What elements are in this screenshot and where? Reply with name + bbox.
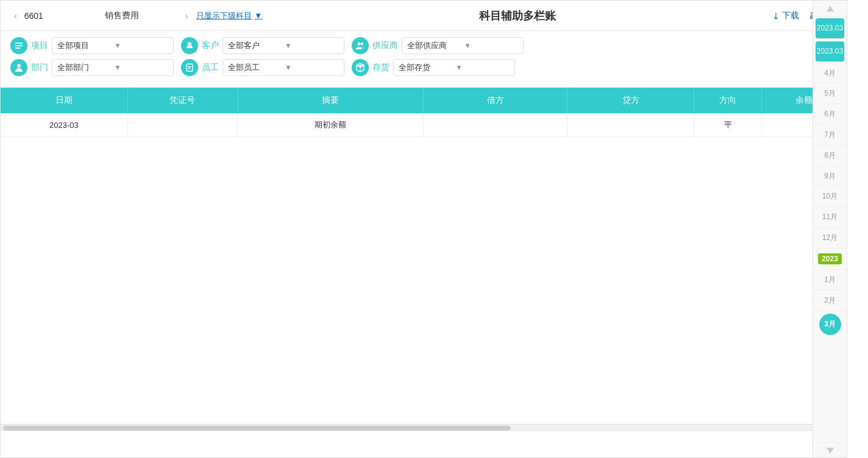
sidebar-item-label: 12月 <box>822 233 838 242</box>
customer-icon <box>181 37 198 54</box>
supplier-select[interactable]: 全部供应商 ▼ <box>402 37 524 54</box>
sidebar-item-4[interactable]: 4月 <box>813 63 847 84</box>
sidebar-item-10[interactable]: 10月 <box>813 186 847 207</box>
show-sub-button[interactable]: 只显示下级科目 ▼ <box>196 10 262 21</box>
inventory-value: 全部存货 <box>399 62 453 73</box>
data-table: 日期 凭证号 摘要 借方 贷方 方向 余额 2023-03 期初余额 平 <box>1 88 847 137</box>
right-sidebar: 2023.03 2023.03 4月 5月 6月 7月 8月 9月 10月 11… <box>813 1 847 458</box>
col-header-date: 日期 <box>1 88 127 113</box>
sidebar-item-7[interactable]: 7月 <box>813 125 847 146</box>
sidebar-item-2[interactable]: 2月 <box>813 291 847 311</box>
year-badge: 2023 <box>818 253 842 264</box>
svg-point-4 <box>361 43 363 45</box>
nav-prev-button[interactable]: ‹ <box>10 10 21 22</box>
sidebar-item-label: 4月 <box>824 69 836 77</box>
inventory-select[interactable]: 全部存货 ▼ <box>393 59 515 76</box>
filter-department: 部门 全部部门 ▼ <box>10 59 174 76</box>
page-title: 科目辅助多栏账 <box>262 9 772 23</box>
department-select[interactable]: 全部部门 ▼ <box>52 59 174 76</box>
nav-next-button[interactable]: › <box>182 10 192 22</box>
cell-debit <box>424 113 567 137</box>
sidebar-item-label: 1月 <box>824 275 836 284</box>
employee-icon <box>181 59 198 76</box>
sidebar-item-label: 2023.03 <box>817 47 843 55</box>
sidebar-year-2023: 2023 <box>813 248 847 270</box>
sidebar-item-label: 3月 <box>824 319 836 329</box>
sidebar-item-8[interactable]: 8月 <box>813 146 847 166</box>
bottom-scrollbar[interactable] <box>1 424 847 431</box>
department-chevron-icon: ▼ <box>114 63 168 72</box>
sidebar-scroll-up-button[interactable] <box>813 1 847 17</box>
download-label: 下载 <box>782 10 799 21</box>
triangle-up-icon <box>827 5 834 12</box>
sidebar-item-11[interactable]: 11月 <box>813 207 847 228</box>
account-name-label: 销售费用 <box>105 10 178 21</box>
sidebar-item-label: 11月 <box>822 213 838 221</box>
sidebar-item-label: 9月 <box>824 172 836 180</box>
svg-rect-6 <box>187 64 193 71</box>
table-header-row: 日期 凭证号 摘要 借方 贷方 方向 余额 <box>1 88 847 113</box>
sidebar-item-2023-03-first[interactable]: 2023.03 <box>816 18 844 39</box>
sidebar-item-label: 2月 <box>824 296 836 305</box>
sidebar-item-label: 2023.03 <box>817 24 843 32</box>
project-value: 全部项目 <box>57 40 112 51</box>
col-header-voucher: 凭证号 <box>127 88 237 113</box>
inventory-label: 存货 <box>372 62 390 73</box>
sidebar-item-label: 6月 <box>824 110 836 118</box>
table-container: 日期 凭证号 摘要 借方 贷方 方向 余额 2023-03 期初余额 平 <box>1 88 847 424</box>
account-code-label: 6601 <box>24 11 98 21</box>
cell-summary: 期初余额 <box>238 113 424 137</box>
supplier-label: 供应商 <box>372 40 398 51</box>
show-sub-label: 只显示下级科目 <box>196 10 252 21</box>
project-select[interactable]: 全部项目 ▼ <box>52 37 174 54</box>
top-bar: ‹ 6601 销售费用 › 只显示下级科目 ▼ 科目辅助多栏账 ⤓ 下载 🖶 打… <box>1 1 847 31</box>
svg-rect-8 <box>188 68 190 69</box>
filter-customer: 客户 全部客户 ▼ <box>181 37 344 54</box>
sidebar-item-2023-03-second[interactable]: 2023.03 <box>816 41 844 62</box>
triangle-down-icon <box>827 448 834 454</box>
sidebar-item-5[interactable]: 5月 <box>813 83 847 104</box>
department-icon <box>10 59 27 76</box>
inventory-chevron-icon: ▼ <box>455 63 510 72</box>
supplier-icon <box>352 37 369 54</box>
cell-direction: 平 <box>694 113 762 137</box>
customer-chevron-icon: ▼ <box>285 41 339 50</box>
col-header-credit: 贷方 <box>567 88 694 113</box>
sidebar-scroll-down-button[interactable] <box>813 442 847 458</box>
employee-value: 全部员工 <box>228 62 282 73</box>
col-header-direction: 方向 <box>694 88 762 113</box>
employee-label: 员工 <box>202 62 219 73</box>
project-label: 项目 <box>31 40 48 51</box>
filter-employee: 员工 全部员工 ▼ <box>181 59 344 76</box>
sidebar-item-3-active[interactable]: 3月 <box>819 314 841 336</box>
download-icon: ⤓ <box>772 11 780 21</box>
cell-date: 2023-03 <box>1 113 127 137</box>
inventory-icon <box>352 59 369 76</box>
chevron-down-icon: ▼ <box>254 11 262 20</box>
download-button[interactable]: ⤓ 下载 <box>772 10 799 21</box>
sidebar-item-1[interactable]: 1月 <box>813 270 847 291</box>
svg-point-3 <box>358 43 361 46</box>
filter-supplier: 供应商 全部供应商 ▼ <box>352 37 524 54</box>
col-header-debit: 借方 <box>424 88 567 113</box>
svg-point-5 <box>17 64 21 68</box>
customer-label: 客户 <box>202 40 219 51</box>
employee-select[interactable]: 全部员工 ▼ <box>222 59 344 76</box>
filter-row-1: 项目 全部项目 ▼ 客户 全部客户 ▼ <box>10 37 837 54</box>
department-label: 部门 <box>31 62 48 73</box>
customer-select[interactable]: 全部客户 ▼ <box>222 37 344 54</box>
supplier-chevron-icon: ▼ <box>464 41 518 50</box>
sidebar-item-12[interactable]: 12月 <box>813 228 847 248</box>
sidebar-item-9[interactable]: 9月 <box>813 166 847 187</box>
svg-rect-0 <box>15 43 23 44</box>
cell-credit <box>567 113 694 137</box>
col-header-summary: 摘要 <box>238 88 424 113</box>
sidebar-item-label: 5月 <box>824 89 836 97</box>
sidebar-item-6[interactable]: 6月 <box>813 104 847 125</box>
filter-row-2: 部门 全部部门 ▼ 员工 全部员工 ▼ <box>10 59 837 76</box>
supplier-value: 全部供应商 <box>407 40 461 51</box>
filter-project: 项目 全部项目 ▼ <box>10 37 174 54</box>
svg-rect-7 <box>188 66 191 68</box>
table-row: 2023-03 期初余额 平 <box>1 113 847 137</box>
cell-voucher <box>127 113 237 137</box>
